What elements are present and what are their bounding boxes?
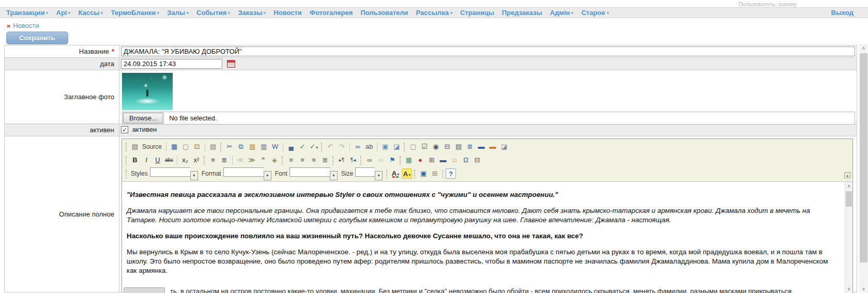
select-all-icon[interactable]: ▣ <box>380 142 390 152</box>
nav-item[interactable]: Предзаказы <box>502 9 542 17</box>
editor-scroll-up-icon[interactable]: ∧ <box>845 182 852 190</box>
date-input[interactable] <box>121 59 222 69</box>
table-icon[interactable]: ⊞ <box>427 155 437 165</box>
find-icon[interactable]: ∞ <box>353 142 363 152</box>
nav-item[interactable]: События» <box>196 9 230 17</box>
editor-scroll-down-icon[interactable]: ∨ <box>845 285 852 293</box>
cut-icon[interactable]: ✂ <box>224 142 235 152</box>
editor-content-area[interactable]: "Известная певица рассказала в эксклюзив… <box>122 182 852 293</box>
anchor-icon[interactable]: ⚑ <box>387 155 398 165</box>
paste-word-icon[interactable]: W <box>270 142 280 152</box>
checkbox-field-icon[interactable]: ☑ <box>419 142 430 152</box>
source-icon[interactable]: ▤ <box>130 142 140 152</box>
calendar-icon[interactable] <box>227 60 235 68</box>
nav-item[interactable]: Адмін» <box>550 9 574 17</box>
nav-item[interactable]: Заказы» <box>238 9 266 17</box>
radio-field-icon[interactable]: ◉ <box>431 142 441 152</box>
nav-item[interactable]: Пользователи <box>360 9 408 17</box>
align-justify-icon[interactable]: ≣ <box>320 155 330 165</box>
font-select-arrow-icon[interactable]: ▾ <box>330 171 338 180</box>
remove-format-icon[interactable]: ◪ <box>391 142 402 152</box>
nav-item[interactable]: Рассылка» <box>416 9 452 17</box>
page-scroll-down-icon[interactable]: ∨ <box>859 285 868 293</box>
save-icon[interactable]: ▦ <box>169 142 179 152</box>
paste-icon[interactable]: ▥ <box>247 142 257 152</box>
styles-select-value[interactable] <box>150 167 190 177</box>
size-select-value[interactable] <box>355 167 375 177</box>
bulleted-list-icon[interactable]: ≣ <box>219 155 230 165</box>
subscript-icon[interactable]: x₂ <box>180 155 190 165</box>
title-input[interactable] <box>121 47 855 56</box>
button-field-icon[interactable]: ▬ <box>476 142 486 152</box>
logout-link[interactable]: Выход <box>831 9 854 17</box>
toolbar-collapse-button[interactable]: ▴ <box>844 172 850 178</box>
superscript-icon[interactable]: x² <box>191 155 202 165</box>
form-icon[interactable]: ▢ <box>408 142 418 152</box>
format-select[interactable]: ▾ <box>223 167 273 180</box>
font-select-value[interactable] <box>290 167 330 177</box>
format-select-value[interactable] <box>223 167 264 177</box>
text-field-icon[interactable]: ⊟ <box>442 142 452 152</box>
bg-color-icon[interactable]: A▾ <box>402 168 412 179</box>
page-break-icon[interactable]: ⊟ <box>472 155 482 165</box>
image-icon[interactable]: ▦ <box>404 155 414 165</box>
bidi-rtl-icon[interactable]: ¶◂ <box>348 155 358 165</box>
format-select-arrow-icon[interactable]: ▾ <box>264 171 271 180</box>
blockquote-icon[interactable]: ” <box>258 155 268 165</box>
textarea-field-icon[interactable]: ▤ <box>453 142 464 152</box>
templates-icon[interactable]: ▤ <box>208 142 218 152</box>
smiley-icon[interactable]: ☺ <box>449 155 460 165</box>
editor-scroll-thumb[interactable] <box>846 191 852 207</box>
about-icon[interactable]: ? <box>446 168 456 179</box>
active-checkbox[interactable]: ✓ <box>121 126 128 133</box>
nav-item[interactable]: ТермоБланки» <box>111 9 159 17</box>
font-select[interactable]: ▾ <box>290 167 340 180</box>
dropdown-arrow-icon[interactable]: ▾ <box>316 145 318 150</box>
link-icon[interactable]: ∞ <box>364 155 375 165</box>
nav-item[interactable]: Старое» <box>581 9 608 17</box>
underline-icon[interactable]: U <box>153 155 163 165</box>
page-scroll-up-icon[interactable]: ∧ <box>859 44 868 52</box>
new-page-icon[interactable]: ▢ <box>180 142 191 152</box>
spellcheck-icon[interactable]: ✓ <box>297 142 308 152</box>
bold-icon[interactable]: B <box>130 155 140 165</box>
horizontal-rule-icon[interactable]: ▬ <box>438 155 448 165</box>
editor-content-text[interactable]: "Известная певица рассказала в эксклюзив… <box>122 182 844 293</box>
indent-icon[interactable]: ≫ <box>247 155 257 165</box>
strikethrough-icon[interactable]: abc <box>164 155 174 165</box>
print-icon[interactable]: ▄ <box>286 142 296 152</box>
flash-icon[interactable]: ● <box>415 155 425 165</box>
save-button[interactable]: Сохранить <box>6 32 68 44</box>
image-button-icon[interactable]: ▬ <box>488 142 498 152</box>
page-scrollbar[interactable]: ∧ ∨ <box>859 44 868 293</box>
nav-item[interactable]: Залы» <box>167 9 189 17</box>
select-field-icon[interactable]: ≣ <box>465 142 475 152</box>
styles-select-arrow-icon[interactable]: ▾ <box>190 171 198 180</box>
nav-item[interactable]: Транзакции» <box>6 9 49 17</box>
replace-icon[interactable]: ab <box>364 142 374 152</box>
nav-item[interactable]: Страницы <box>460 9 494 17</box>
editor-scrollbar[interactable]: ∧ ∨ <box>845 182 852 293</box>
italic-icon[interactable]: I <box>141 155 151 165</box>
breadcrumb-link-news[interactable]: Новости <box>13 22 39 29</box>
browse-button[interactable]: Browse... <box>123 113 163 124</box>
photo-file-input[interactable]: Browse... No file selected. <box>122 112 855 125</box>
nav-item[interactable]: Api» <box>56 9 71 17</box>
size-select-arrow-icon[interactable]: ▾ <box>375 171 383 180</box>
text-color-icon[interactable]: A▾ <box>390 168 401 179</box>
div-container-icon[interactable]: ◈ <box>269 155 280 165</box>
align-right-icon[interactable]: ≡ <box>309 155 319 165</box>
preview-icon[interactable]: ⊡ <box>192 142 202 152</box>
nav-item[interactable]: Новости <box>273 9 302 17</box>
show-blocks-icon[interactable]: ⊞ <box>430 168 440 179</box>
special-char-icon[interactable]: Ω <box>461 155 471 165</box>
align-center-icon[interactable]: ≡ <box>297 155 308 165</box>
copy-icon[interactable]: ⧉ <box>236 142 246 152</box>
numbered-list-icon[interactable]: ≡ <box>208 155 218 165</box>
align-left-icon[interactable]: ≡ <box>286 155 296 165</box>
scayt-icon[interactable]: ✓▾ <box>309 142 319 152</box>
dropdown-arrow-icon[interactable]: ▾ <box>408 173 410 177</box>
hidden-field-icon[interactable]: ◪ <box>499 142 509 152</box>
bidi-ltr-icon[interactable]: ▸¶ <box>337 155 347 165</box>
nav-item[interactable]: Фотогалерея <box>310 9 353 17</box>
